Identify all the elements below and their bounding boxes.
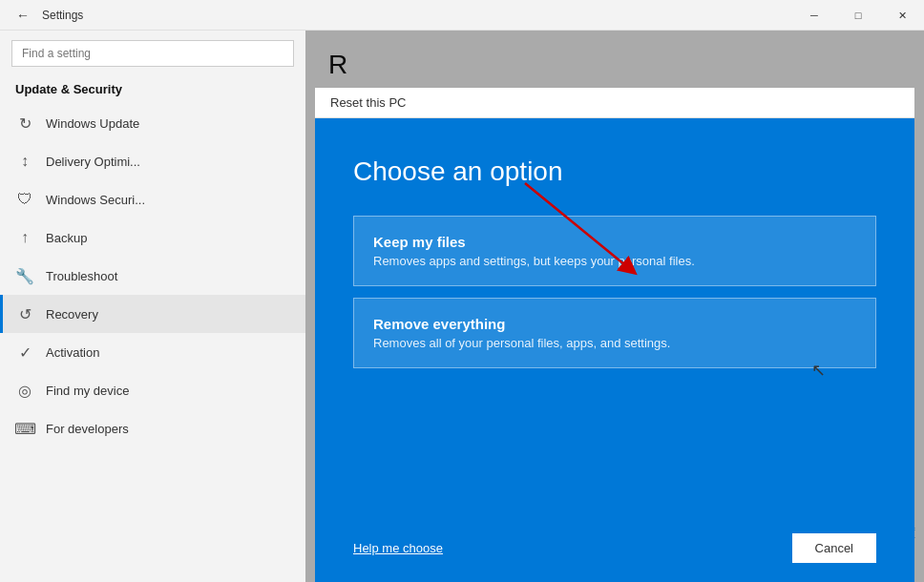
developers-icon: ⌨ [15, 419, 34, 438]
recovery-icon: ↺ [15, 304, 34, 323]
keep-files-option[interactable]: Keep my files Removes apps and settings,… [353, 216, 876, 286]
window-title: Settings [42, 9, 83, 22]
dialog-body: Choose an option Keep my files Removes a… [315, 118, 914, 518]
update-icon: ↻ [15, 114, 34, 133]
sidebar-item-backup[interactable]: ↑ Backup [0, 218, 305, 257]
reset-pc-dialog: Reset this PC Choose an option Keep my f… [315, 88, 914, 582]
dialog-title-bar: Reset this PC [315, 88, 914, 118]
shield-icon: 🛡 [15, 190, 34, 209]
remove-everything-desc: Removes all of your personal files, apps… [373, 336, 856, 350]
window-controls: ─ □ ✕ [792, 0, 924, 31]
maximize-button[interactable]: □ [836, 0, 880, 31]
sidebar-item-label: Backup [46, 231, 87, 245]
remove-everything-option[interactable]: Remove everything Removes all of your pe… [353, 298, 876, 368]
keep-files-title: Keep my files [373, 234, 856, 250]
sidebar: Update & Security ↻ Windows Update ↕ Del… [0, 31, 305, 582]
minimize-button[interactable]: ─ [792, 0, 836, 31]
sidebar-item-label: For developers [46, 422, 129, 436]
close-button[interactable]: ✕ [880, 0, 924, 31]
sidebar-item-for-developers[interactable]: ⌨ For developers [0, 409, 305, 447]
sidebar-item-label: Delivery Optimi... [46, 155, 140, 169]
sidebar-item-label: Windows Update [46, 116, 139, 131]
sidebar-item-activation[interactable]: ✓ Activation [0, 333, 305, 371]
sidebar-item-label: Troubleshoot [46, 269, 117, 283]
title-bar: ← Settings ─ □ ✕ [0, 0, 924, 31]
sidebar-item-windows-security[interactable]: 🛡 Windows Securi... [0, 180, 305, 218]
sidebar-item-delivery-optimization[interactable]: ↕ Delivery Optimi... [0, 142, 305, 180]
sidebar-item-label: Recovery [46, 307, 98, 322]
sidebar-item-troubleshoot[interactable]: 🔧 Troubleshoot [0, 257, 305, 295]
sidebar-item-recovery[interactable]: ↺ Recovery [0, 295, 305, 333]
activation-icon: ✓ [15, 343, 34, 362]
content-area: R Learn how to start fresh with a clean … [305, 31, 924, 582]
sidebar-item-label: Find my device [46, 384, 129, 398]
sidebar-item-label: Activation [46, 345, 99, 360]
dialog-heading: Choose an option [353, 156, 876, 187]
backup-icon: ↑ [15, 228, 34, 247]
remove-everything-title: Remove everything [373, 316, 856, 332]
sidebar-item-label: Windows Securi... [46, 193, 145, 207]
main-layout: Update & Security ↻ Windows Update ↕ Del… [0, 31, 924, 582]
sidebar-item-find-my-device[interactable]: ◎ Find my device [0, 371, 305, 409]
back-button[interactable]: ← [11, 4, 34, 27]
section-title: Update & Security [0, 78, 305, 104]
troubleshoot-icon: 🔧 [15, 266, 34, 285]
help-me-choose-link[interactable]: Help me choose [353, 541, 443, 555]
sidebar-item-windows-update[interactable]: ↻ Windows Update [0, 104, 305, 142]
find-device-icon: ◎ [15, 381, 34, 400]
search-input[interactable] [11, 40, 294, 67]
dialog-footer: Help me choose Cancel [315, 518, 914, 582]
cancel-button[interactable]: Cancel [792, 533, 876, 563]
keep-files-desc: Removes apps and settings, but keeps you… [373, 254, 856, 268]
delivery-icon: ↕ [15, 152, 34, 171]
